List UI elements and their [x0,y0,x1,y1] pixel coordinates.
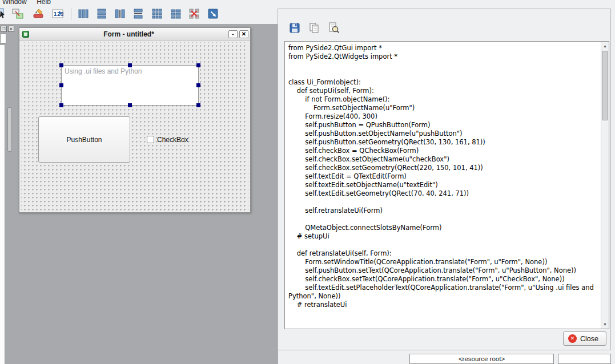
scrollbar-thumb[interactable] [602,51,608,120]
checkbox-indicator[interactable] [147,136,154,143]
close-button-label: Close [580,335,598,343]
adjust-size-icon [207,8,219,19]
edit-signals-slots-button[interactable] [10,6,25,22]
edit-buddies-button[interactable] [31,6,46,22]
dialog-close-button[interactable]: ✕ Close [563,331,606,346]
close-dock-button[interactable]: ✕ [8,26,14,32]
menu-bar: Window Help [0,0,615,4]
edit-tab-order-icon: 123 [52,8,63,19]
save-button[interactable] [287,21,302,35]
preview-button[interactable] [326,21,341,35]
layout-grid-button[interactable] [150,6,164,22]
scroll-down-icon[interactable]: ▼ [601,321,609,328]
widgetbox-scrollbar[interactable] [7,107,12,152]
copy-icon [308,22,320,34]
pushbutton-widget[interactable]: PushButton [38,116,130,163]
code-scrollbar[interactable]: ▲ ▼ [601,42,609,329]
resource-side-pane [558,354,611,364]
edit-buddies-icon [33,8,44,19]
textedit-placeholder: Using .ui files and Python [62,66,198,77]
selection-handle[interactable] [59,83,63,87]
textedit-widget[interactable]: Using .ui files and Python [61,65,199,106]
layout-form-icon [170,8,182,19]
selection-handle[interactable] [128,103,132,107]
selection-handle[interactable] [196,103,200,107]
widgetbox-filter-input[interactable] [0,34,6,43]
toolbar-separator [71,7,71,20]
form-designer-window: Form - untitled* - ✕ Using .ui files and… [19,27,251,213]
checkbox-widget[interactable]: CheckBox [147,128,204,151]
form-canvas[interactable]: Using .ui files and Python PushButton Ch… [21,42,248,211]
code-view[interactable]: from PySide2.QtGui import * from PySide2… [284,41,609,329]
selection-handle[interactable] [59,103,63,107]
edit-widgets-icon [0,8,7,19]
selection-handle[interactable] [128,63,132,67]
layout-splitter-horizontal-button[interactable] [112,6,127,22]
selection-handle[interactable] [196,63,200,67]
code-text: from PySide2.QtGui import * from PySide2… [285,42,601,329]
qt-designer-screen: Window Help [0,0,615,364]
form-window-title: Form - untitled* [29,30,228,38]
form-window-titlebar[interactable]: Form - untitled* - ✕ [19,28,250,41]
layout-form-button[interactable] [168,6,183,22]
close-icon: ✕ [568,334,577,343]
svg-text:123: 123 [54,11,64,17]
scroll-up-icon[interactable]: ▲ [601,42,609,50]
float-dock-button[interactable]: ❐ [1,26,7,32]
layout-vertical-button[interactable] [94,6,109,22]
dialog-toolbar [287,21,341,35]
menu-window[interactable]: Window [2,0,27,4]
edit-widgets-button[interactable] [0,6,9,22]
mdi-area: ❐ ✕ Form - untitled* - ✕ Using .ui files… [0,24,278,364]
edit-signals-slots-icon [12,8,23,19]
code-preview-dialog: from PySide2.QtGui import * from PySide2… [278,9,611,350]
resource-root-item[interactable]: <resource root> [409,354,554,364]
layout-vertical-icon [96,8,107,19]
checkbox-label: CheckBox [157,136,188,144]
minimize-button[interactable]: - [228,30,238,38]
break-layout-button[interactable] [187,6,202,22]
widgetbox-panel-edge [0,45,5,364]
selection-handle[interactable] [196,83,200,87]
layout-horizontal-icon [78,8,89,19]
layout-horizontal-button[interactable] [76,6,91,22]
layout-splitter-vertical-icon [132,8,144,19]
save-icon [288,22,301,34]
preview-magnifier-icon [327,22,340,34]
resource-root-label: <resource root> [459,355,505,362]
layout-splitter-horizontal-icon [114,8,126,19]
close-window-button[interactable]: ✕ [239,30,248,38]
edit-tab-order-button[interactable]: 123 [50,6,65,22]
adjust-size-button[interactable] [206,6,220,22]
menu-help[interactable]: Help [37,0,51,4]
form-window-icon [22,31,29,38]
main-toolbar: 123 [0,5,220,23]
layout-splitter-vertical-button[interactable] [131,6,146,22]
copy-button[interactable] [307,21,321,35]
selection-handle[interactable] [59,63,63,67]
layout-grid-icon [151,8,163,19]
break-layout-icon [188,8,200,19]
